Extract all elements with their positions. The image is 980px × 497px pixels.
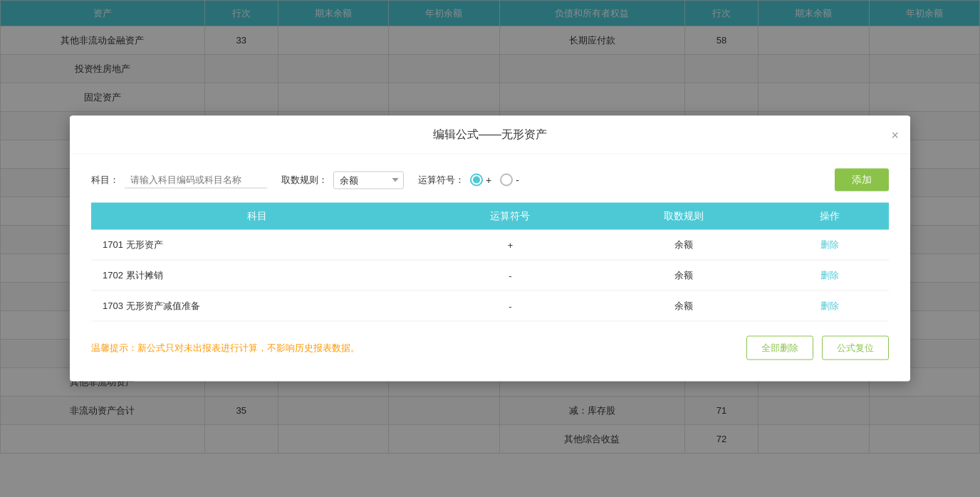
row1-rule: 余额 bbox=[597, 230, 771, 261]
radio-minus-circle bbox=[500, 174, 513, 187]
operator-minus-label: - bbox=[516, 174, 519, 186]
row1-action: 删除 bbox=[771, 230, 889, 261]
delete-row3-button[interactable]: 删除 bbox=[820, 300, 839, 311]
operator-group: 运算符号： + - bbox=[418, 174, 519, 187]
row2-operator: - bbox=[424, 260, 598, 291]
row1-subject: 1701 无形资产 bbox=[91, 230, 424, 261]
row2-action: 删除 bbox=[771, 260, 889, 291]
subject-group: 科目： bbox=[91, 172, 267, 189]
row1-operator: + bbox=[424, 230, 598, 261]
table-row: 1702 累计摊销 - 余额 删除 bbox=[91, 260, 889, 291]
radio-plus-circle bbox=[470, 174, 483, 187]
rule-select-wrap: 余额 借方 贷方 借方发生额 贷方发生额 bbox=[333, 171, 404, 189]
row3-subject: 1703 无形资产减值准备 bbox=[91, 291, 424, 321]
row3-action: 删除 bbox=[771, 291, 889, 321]
table-row: 1703 无形资产减值准备 - 余额 删除 bbox=[91, 291, 889, 321]
table-header-action: 操作 bbox=[771, 203, 889, 230]
table-header-subject: 科目 bbox=[91, 203, 424, 230]
footer-tip: 温馨提示：新公式只对未出报表进行计算，不影响历史报表数据。 bbox=[91, 342, 360, 355]
add-button[interactable]: 添加 bbox=[835, 169, 889, 192]
modal-footer: 温馨提示：新公式只对未出报表进行计算，不影响历史报表数据。 全部删除 公式复位 bbox=[70, 322, 910, 360]
subject-input[interactable] bbox=[125, 172, 267, 189]
modal-table-wrap: 科目 运算符号 取数规则 操作 1701 无形资产 + 余额 删除 1702 累… bbox=[91, 203, 889, 322]
table-header-operator: 运算符号 bbox=[424, 203, 598, 230]
subject-label: 科目： bbox=[91, 174, 119, 187]
reset-formula-button[interactable]: 公式复位 bbox=[822, 336, 889, 360]
operator-radio-group: + - bbox=[470, 174, 519, 187]
operator-plus-radio[interactable]: + bbox=[470, 174, 491, 187]
close-icon[interactable]: × bbox=[891, 128, 899, 141]
row2-rule: 余额 bbox=[597, 260, 771, 291]
footer-buttons: 全部删除 公式复位 bbox=[746, 336, 889, 360]
rule-select[interactable]: 余额 借方 贷方 借方发生额 贷方发生额 bbox=[333, 171, 404, 189]
operator-plus-label: + bbox=[486, 174, 491, 186]
formula-table: 科目 运算符号 取数规则 操作 1701 无形资产 + 余额 删除 1702 累… bbox=[91, 203, 889, 322]
rule-label: 取数规则： bbox=[281, 174, 328, 187]
modal-title: 编辑公式——无形资产 bbox=[433, 127, 547, 142]
row2-subject: 1702 累计摊销 bbox=[91, 260, 424, 291]
modal-header: 编辑公式——无形资产 × bbox=[70, 116, 910, 155]
operator-label: 运算符号： bbox=[418, 174, 464, 187]
delete-all-button[interactable]: 全部删除 bbox=[746, 336, 813, 360]
delete-row1-button[interactable]: 删除 bbox=[820, 239, 839, 250]
operator-minus-radio[interactable]: - bbox=[500, 174, 519, 187]
delete-row2-button[interactable]: 删除 bbox=[820, 270, 839, 281]
row3-rule: 余额 bbox=[597, 291, 771, 321]
table-header-rule: 取数规则 bbox=[597, 203, 771, 230]
row3-operator: - bbox=[424, 291, 598, 321]
rule-group: 取数规则： 余额 借方 贷方 借方发生额 贷方发生额 bbox=[281, 171, 404, 189]
edit-formula-modal: 编辑公式——无形资产 × 科目： 取数规则： 余额 借方 贷方 借方发生额 贷方… bbox=[70, 116, 910, 382]
table-row: 1701 无形资产 + 余额 删除 bbox=[91, 230, 889, 261]
modal-form: 科目： 取数规则： 余额 借方 贷方 借方发生额 贷方发生额 运算符号： bbox=[70, 155, 910, 203]
